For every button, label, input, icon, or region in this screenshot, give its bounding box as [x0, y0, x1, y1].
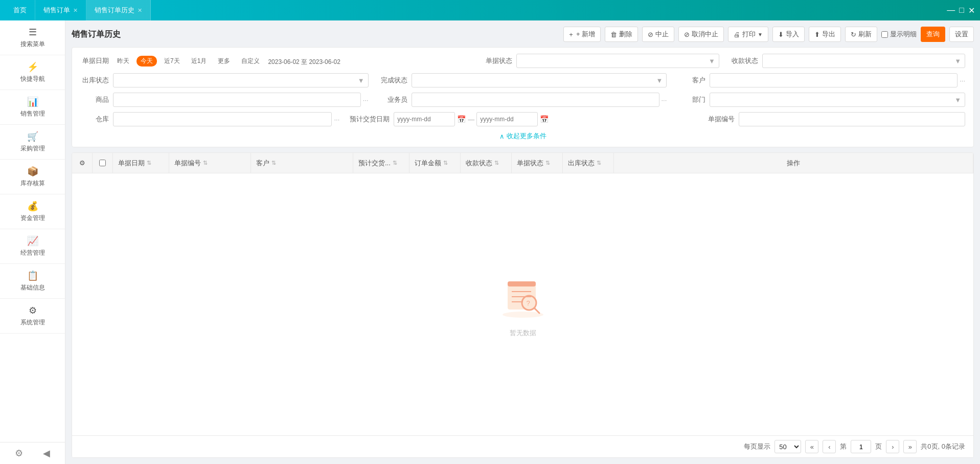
- delete-button[interactable]: 🗑 删除: [605, 27, 638, 42]
- th-bill-status[interactable]: 单据状态 ⇅: [512, 153, 563, 173]
- close-sales-order-tab-icon[interactable]: ✕: [73, 7, 78, 14]
- th-payment[interactable]: 收款状态 ⇅: [461, 153, 512, 173]
- bill-number-input[interactable]: [739, 112, 965, 126]
- sidebar-collapse-icon[interactable]: ◀: [43, 448, 50, 459]
- calendar-to-icon[interactable]: 📅: [540, 115, 549, 123]
- sidebar-item-operations[interactable]: 📈 经营管理: [0, 229, 65, 264]
- refresh-icon: ↻: [851, 31, 856, 38]
- product-input[interactable]: [113, 93, 361, 107]
- print-dropdown-icon: ▼: [758, 32, 763, 37]
- window-close-icon[interactable]: ✕: [968, 6, 975, 15]
- import-button[interactable]: ⬇ 导入: [772, 27, 805, 42]
- date-filter-badges: 昨天 今天 近7天 近1月 更多 自定义: [113, 56, 264, 67]
- th-customer[interactable]: 客户 ⇅: [251, 153, 353, 173]
- sidebar-operations-label: 经营管理: [20, 249, 45, 257]
- sidebar-item-finance[interactable]: 💰 资金管理: [0, 194, 65, 229]
- new-icon: +: [569, 31, 573, 38]
- payment-status-select-wrapper: ▼: [762, 54, 965, 68]
- sidebar-item-system[interactable]: ⚙ 系统管理: [0, 299, 65, 334]
- last-page-button[interactable]: »: [903, 440, 917, 453]
- show-detail-checkbox[interactable]: [881, 31, 888, 38]
- date-1month[interactable]: 近1月: [187, 56, 211, 67]
- th-number[interactable]: 单据编号 ⇅: [169, 153, 251, 173]
- payment-status-label: 收款状态: [730, 56, 758, 65]
- delivery-date-from[interactable]: [394, 112, 455, 126]
- next-page-button[interactable]: ›: [886, 440, 899, 453]
- sidebar-search-label: 搜索菜单: [20, 40, 45, 49]
- amount-sort-icon: ⇅: [443, 160, 448, 166]
- sidebar: ☰ 搜索菜单 ⚡ 快捷导航 📊 销售管理 🛒 采购管理 📦 库存核算 💰 资金管…: [0, 20, 65, 464]
- payment-sort-icon: ⇅: [494, 160, 499, 166]
- query-button[interactable]: 查询: [921, 27, 945, 42]
- export-button[interactable]: ⬆ 导出: [809, 27, 841, 42]
- th-date[interactable]: 单据日期 ⇅: [113, 153, 169, 173]
- salesperson-filter-label: 业务员: [379, 95, 407, 104]
- th-warehouse[interactable]: 出库状态 ⇅: [563, 153, 614, 173]
- date-today[interactable]: 今天: [136, 56, 157, 67]
- prev-page-button[interactable]: ‹: [823, 440, 836, 453]
- close-sales-history-tab-icon[interactable]: ✕: [138, 7, 142, 14]
- outbound-status-select-wrapper: ▼: [113, 73, 369, 87]
- tab-home[interactable]: 首页: [5, 0, 35, 20]
- total-text: 共0页, 0条记录: [921, 442, 965, 451]
- filter-row-4: 仓库 ··· 预计交货日期 📅 — 📅 单据编号: [80, 112, 965, 126]
- page-input[interactable]: [851, 440, 871, 453]
- stop-button[interactable]: ⊘ 中止: [642, 27, 674, 42]
- outbound-status-select[interactable]: [113, 73, 369, 87]
- payment-status-select[interactable]: [762, 54, 965, 68]
- minimize-icon[interactable]: —: [947, 6, 955, 15]
- table-header: ⚙ 单据日期 ⇅ 单据编号 ⇅ 客户 ⇅ 预计交货...: [72, 153, 973, 173]
- bill-status-select[interactable]: [516, 54, 719, 68]
- finance-icon: 💰: [27, 201, 38, 212]
- import-label: 导入: [786, 30, 799, 39]
- date-7days[interactable]: 近7天: [160, 56, 184, 67]
- page-label-suffix: 页: [875, 442, 882, 451]
- th-amount[interactable]: 订单金额 ⇅: [409, 153, 461, 173]
- refresh-button[interactable]: ↻ 刷新: [845, 27, 877, 42]
- bill-number-label: 单据编号: [706, 115, 735, 124]
- salesperson-input[interactable]: [412, 93, 659, 107]
- page-header: 销售订单历史 + + 新增 🗑 删除 ⊘ 中止 ⊘ 取消中止: [72, 27, 974, 42]
- sidebar-item-purchase[interactable]: 🛒 采购管理: [0, 125, 65, 160]
- settings-button[interactable]: 设置: [949, 27, 974, 42]
- customer-more-icon[interactable]: ···: [960, 77, 965, 84]
- th-settings[interactable]: ⚙: [72, 153, 93, 173]
- maximize-icon[interactable]: □: [959, 6, 964, 15]
- customer-input[interactable]: [710, 73, 958, 87]
- th-warehouse-label: 出库状态: [568, 159, 595, 168]
- new-label: + 新增: [576, 30, 595, 39]
- first-page-button[interactable]: «: [805, 440, 818, 453]
- product-more-icon[interactable]: ···: [363, 96, 369, 104]
- tab-sales-history[interactable]: 销售订单历史 ✕: [86, 0, 151, 20]
- warehouse-input[interactable]: [113, 112, 332, 126]
- sidebar-item-quicknav[interactable]: ⚡ 快捷导航: [0, 55, 65, 90]
- sidebar-item-basic-info[interactable]: 📋 基础信息: [0, 264, 65, 299]
- calendar-from-icon[interactable]: 📅: [457, 115, 466, 123]
- th-delivery[interactable]: 预计交货... ⇅: [353, 153, 409, 173]
- salesperson-more-icon[interactable]: ···: [662, 96, 667, 104]
- sidebar-settings-icon[interactable]: ⚙: [15, 448, 23, 459]
- cancel-stop-button[interactable]: ⊘ 取消中止: [678, 27, 724, 42]
- print-button[interactable]: 🖨 打印 ▼: [728, 27, 768, 42]
- sidebar-item-search[interactable]: ☰ 搜索菜单: [0, 20, 65, 55]
- svg-text:?: ?: [526, 299, 530, 307]
- date-custom[interactable]: 自定义: [237, 56, 264, 67]
- warehouse-more-icon[interactable]: ···: [334, 116, 339, 123]
- tab-list: 首页 销售订单 ✕ 销售订单历史 ✕: [5, 0, 947, 20]
- tab-sales-order[interactable]: 销售订单 ✕: [35, 0, 86, 20]
- date-more[interactable]: 更多: [214, 56, 234, 67]
- collapse-row[interactable]: ∧ 收起更多条件: [80, 131, 965, 141]
- new-button[interactable]: + + 新增: [563, 27, 601, 42]
- delete-label: 删除: [619, 30, 632, 39]
- completion-status-select[interactable]: [412, 73, 667, 87]
- refresh-label: 刷新: [858, 30, 872, 39]
- date-yesterday[interactable]: 昨天: [113, 56, 133, 67]
- select-all-checkbox[interactable]: [99, 160, 106, 166]
- delivery-date-to[interactable]: [476, 112, 538, 126]
- stop-icon: ⊘: [648, 31, 653, 38]
- sidebar-item-sales[interactable]: 📊 销售管理: [0, 90, 65, 125]
- sidebar-item-inventory[interactable]: 📦 库存核算: [0, 160, 65, 194]
- department-select[interactable]: [710, 93, 965, 107]
- page-size-select[interactable]: 50 10 20 100: [774, 440, 801, 453]
- top-bar-right: — □ ✕: [947, 6, 975, 15]
